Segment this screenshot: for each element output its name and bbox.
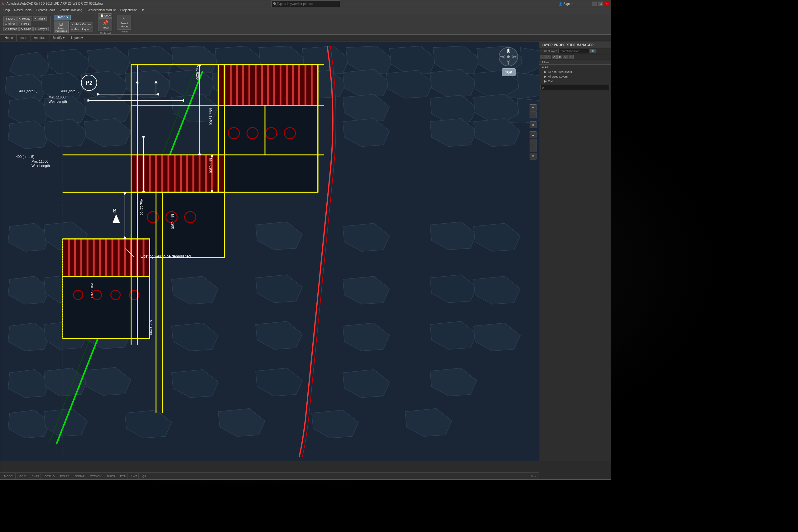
status-lwt[interactable]: LWT	[130, 473, 139, 479]
viewcube-top-button[interactable]: TOP	[502, 68, 515, 76]
tab-annotate[interactable]: Annotate	[31, 35, 50, 41]
tab-modify[interactable]: Modify ▾	[50, 35, 68, 41]
settings-button[interactable]: ⚙	[563, 55, 568, 59]
layer-search-input[interactable]	[558, 49, 590, 53]
active-layer-box: 0	[541, 85, 610, 90]
menu-item-more[interactable]: ▼	[139, 7, 146, 13]
scroll-mid-button[interactable]: │	[530, 139, 537, 152]
svg-text:N: N	[507, 49, 510, 52]
filter-non-xref-icon: ▶	[544, 70, 547, 74]
scale-button[interactable]: ⤡ Scale	[19, 27, 33, 31]
status-model[interactable]: MODEL	[3, 473, 16, 479]
tab-insert[interactable]: Insert	[17, 35, 31, 41]
scroll-up-button[interactable]: ▲	[530, 131, 537, 138]
scroll-down-button[interactable]: ▼	[530, 153, 537, 159]
menu-item-help[interactable]: Help	[2, 7, 12, 13]
ribbon-toolbar: ⬆ Move ↻ Rotate ✂ Trim ▾ ⧖ Mirror ⌐ Fill…	[0, 13, 611, 35]
search-bar[interactable]: 🔍	[272, 0, 340, 7]
svg-text:B: B	[113, 208, 116, 213]
rotate-button[interactable]: ↻ Rotate	[17, 17, 32, 21]
menu-item-project[interactable]: ProjectWise	[119, 7, 139, 13]
refresh-button[interactable]: ↻	[557, 55, 562, 59]
delete-layer-button[interactable]: ✕	[546, 55, 551, 59]
fillet-button[interactable]: ⌐ Fillet ▾	[17, 21, 31, 26]
new-layer-button[interactable]: +	[541, 55, 545, 59]
svg-text:E: E	[515, 55, 517, 59]
water-channel-top	[218, 105, 318, 192]
draw-buttons-row1: ⬆ Move ↻ Rotate ✂ Trim ▾	[3, 17, 49, 21]
active-layer-text: 0	[542, 86, 544, 89]
svg-text:Min. 11800: Min. 11800	[32, 159, 48, 163]
mirror-button[interactable]: ⧖ Mirror	[3, 21, 17, 26]
status-ducs[interactable]: DUCS	[106, 473, 116, 479]
title-bar-left: A Autodesk AutoCAD Civil 3D 2018 LFD-ARP…	[2, 2, 103, 6]
layers-row1: Hatch ▾	[54, 15, 93, 20]
columns-button[interactable]: ⊞	[568, 55, 574, 59]
menu-item-express[interactable]: Express Tools	[34, 7, 57, 13]
zoom-in-button[interactable]: +	[530, 104, 537, 111]
filter-xref[interactable]: ▶ Xref	[539, 79, 611, 83]
ribbon-group-touch: ↖ SelectMode Touch	[116, 14, 133, 34]
svg-text:400 (note 5): 400 (note 5)	[19, 89, 37, 93]
make-current-button[interactable]: ✓ Make Current	[70, 22, 93, 26]
svg-text:W: W	[500, 55, 503, 59]
svg-rect-135	[63, 276, 150, 339]
pan-button[interactable]: ✥	[530, 121, 537, 128]
menu-item-raster[interactable]: Raster Tools	[13, 7, 33, 13]
trim-button[interactable]: ✂ Trim ▾	[33, 17, 47, 21]
status-otrack[interactable]: OTRACK	[89, 473, 103, 479]
layer-properties-button[interactable]: ⊞ LayerProperties	[54, 21, 68, 33]
status-ortho[interactable]: ORTHO	[43, 473, 56, 479]
menu-item-vehicle[interactable]: Vehicle Tracking	[58, 7, 84, 13]
svg-text:S: S	[507, 62, 509, 65]
close-button[interactable]: ✕	[604, 2, 610, 6]
filter-non-xref-label: All non-Xref Layers	[548, 70, 572, 74]
stretch-button[interactable]: ⤢ Stretch	[3, 27, 19, 31]
filter-xref-icon: ▶	[544, 79, 547, 83]
match-layer-button[interactable]: ≡ Match Layer	[70, 27, 93, 32]
tab-layers[interactable]: Layers ▾	[68, 35, 86, 41]
array-button[interactable]: ⊞ Array ▾	[33, 27, 49, 31]
filter-used[interactable]: ▶ All Used Layers	[539, 74, 611, 79]
cad-drawing-svg: P2 B 400 (note 5) 400 (note 5) Min. 1180…	[0, 42, 539, 461]
menu-item-geotech[interactable]: Geotechnical Module	[85, 7, 118, 13]
minimize-button[interactable]: ─	[592, 2, 597, 6]
status-right: ⚙ ▲	[530, 475, 537, 478]
svg-text:Min. 12400: Min. 12400	[140, 198, 143, 215]
status-bar: MODEL GRID SNAP ORTHO POLAR OSNAP OTRACK…	[0, 473, 539, 479]
search-input[interactable]	[277, 2, 339, 6]
status-polar[interactable]: POLAR	[59, 473, 71, 479]
tab-home[interactable]: Home	[2, 35, 17, 41]
copy-button[interactable]: 📋 Copy	[98, 13, 112, 18]
layer-panel-title: LAYER PROPERTIES MANAGER	[539, 42, 611, 48]
status-osnap[interactable]: OSNAP	[74, 473, 86, 479]
paste-button[interactable]: 📌 Paste	[98, 18, 112, 31]
layer-tools: ✓ Make Current ≡ Match Layer	[70, 22, 93, 32]
signin-area[interactable]: 👤 Sign In	[559, 0, 573, 7]
title-bar: A Autodesk AutoCAD Civil 3D 2018 LFD-ARP…	[0, 0, 611, 7]
status-qp[interactable]: QP	[141, 473, 148, 479]
svg-text:Existing weir to be demolished: Existing weir to be demolished	[140, 254, 191, 259]
maximize-button[interactable]: □	[598, 2, 603, 6]
filter-used-label: All Used Layers	[548, 75, 568, 78]
set-current-button[interactable]: ✓	[552, 55, 557, 59]
zoom-out-button[interactable]: −	[530, 112, 537, 118]
hatch-button[interactable]: Hatch ▾	[54, 15, 71, 20]
select-mode-button[interactable]: ↖ SelectMode	[117, 15, 131, 30]
move-button[interactable]: ⬆ Move	[3, 17, 17, 21]
filter-all[interactable]: ■ All	[539, 65, 611, 70]
app-logo: A	[2, 2, 4, 6]
layer-search-button[interactable]: 🔍	[590, 49, 596, 53]
filter-used-icon: ▶	[544, 75, 547, 78]
paste-label: Paste	[102, 26, 109, 30]
status-snap[interactable]: SNAP	[31, 473, 41, 479]
filter-non-xref[interactable]: ▶ All non-Xref Layers	[539, 70, 611, 74]
draw-buttons-row3: ⤢ Stretch ⤡ Scale ⊞ Array ▾	[3, 27, 49, 31]
draw-buttons-row2: ⧖ Mirror ⌐ Fillet ▾	[3, 21, 49, 26]
drawing-canvas[interactable]: P2 B 400 (note 5) 400 (note 5) Min. 1180…	[0, 42, 539, 461]
ribbon-tabs-bar: Home Insert Annotate Modify ▾ Layers ▾	[0, 35, 611, 41]
zoom-controls: + − ✥ ▲ │ ▼	[530, 104, 537, 159]
svg-text:Weir Length: Weir Length	[32, 164, 50, 168]
status-dyn[interactable]: DYN	[119, 473, 127, 479]
status-grid[interactable]: GRID	[18, 473, 28, 479]
